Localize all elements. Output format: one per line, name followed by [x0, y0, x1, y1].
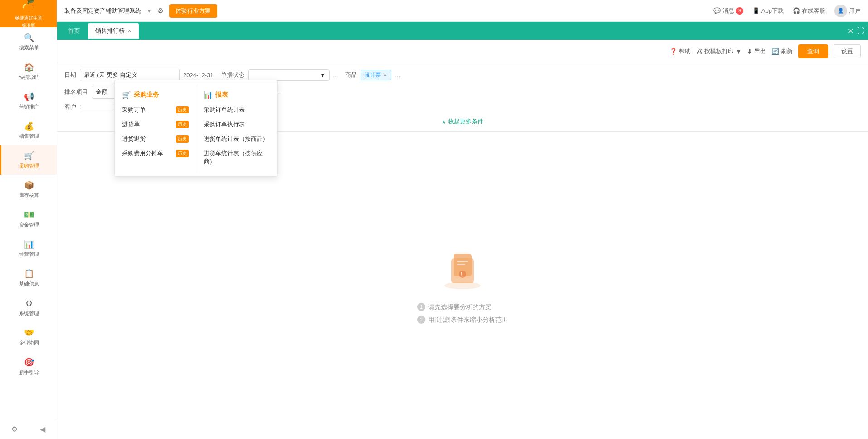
svg-point-5 [459, 271, 466, 278]
set-btn[interactable]: 设置 [834, 44, 861, 58]
sidebar-item-search[interactable]: 🔍 搜索菜单 [0, 27, 57, 57]
collapse-btn[interactable]: ∧ 收起更多条件 [442, 118, 483, 126]
phone-icon: 📱 [752, 7, 760, 14]
quick-nav-icon: 🏠 [24, 62, 34, 72]
sidebar-item-newcomer[interactable]: 🎯 新手引导 [0, 352, 57, 381]
sidebar-nav: 🔍 搜索菜单 🏠 快捷导航 📢 营销推广 💰 销售管理 🛒 采购管理 📦 库存核… [0, 27, 57, 419]
sidebar-footer: ⚙ ◀ [0, 419, 57, 439]
tab-close-all-icon[interactable]: ✕ [848, 27, 853, 35]
system-title-chevron[interactable]: ▼ [146, 8, 152, 14]
finance-icon: 💵 [24, 210, 34, 220]
refresh-btn[interactable]: 🔄 刷新 [771, 47, 793, 55]
user-menu-btn[interactable]: 👤 用户 [834, 5, 861, 17]
purchase-section-title: 采购业务 [134, 91, 159, 99]
sidebar-item-sales[interactable]: 💰 销售管理 [0, 116, 57, 145]
step-2-num: 2 [417, 316, 425, 324]
dropdown-item-stock-in[interactable]: 进货单 历史 [115, 117, 196, 132]
tab-sales-rank-label: 销售排行榜 [95, 27, 125, 35]
quick-nav-label: 快捷导航 [19, 74, 39, 81]
status-chevron: ▼ [320, 72, 326, 79]
dropdown-item-purchase-expense-label: 采购费用分摊单 [122, 149, 163, 158]
goods-tag-close-icon[interactable]: ✕ [383, 72, 387, 78]
dropdown-item-purchase-order-label: 采购订单 [122, 106, 146, 114]
tab-home-label: 首页 [68, 27, 80, 35]
sidebar-item-system[interactable]: ⚙ 系统管理 [0, 293, 57, 322]
basic-info-icon: 📋 [24, 269, 34, 279]
help-btn[interactable]: ❓ 帮助 [669, 47, 691, 55]
app-download-btn[interactable]: 📱 App下载 [752, 7, 784, 15]
search-label: 搜索菜单 [19, 44, 39, 51]
finance-label: 资金管理 [19, 222, 39, 228]
marketing-label: 营销推广 [19, 104, 39, 110]
message-icon: 💬 [713, 7, 721, 14]
avatar: 👤 [834, 5, 847, 17]
operation-label: 经营管理 [19, 251, 39, 258]
settings-footer-btn[interactable]: ⚙ [11, 425, 18, 434]
history-badge-4: 历史 [176, 150, 189, 157]
empty-illustration: ! [435, 245, 490, 290]
content-area: ❓ 帮助 🖨 按模板打印 ▼ ⬇ 导出 🔄 刷新 [57, 40, 868, 439]
industry-btn[interactable]: 体验行业方案 [169, 4, 217, 18]
tab-expand-icon[interactable]: ⛶ [857, 27, 864, 35]
message-badge: 9 [736, 7, 743, 15]
dropdown-item-order-stats-label: 采购订单统计表 [204, 106, 245, 114]
dropdown-item-purchase-expense[interactable]: 采购费用分摊单 历史 [115, 146, 196, 161]
dropdown-item-order-stats[interactable]: 采购订单统计表 [196, 103, 278, 117]
date-input[interactable]: 最近7天 更多 自定义 [80, 69, 180, 81]
tabbar-controls: ✕ ⛶ [848, 27, 864, 35]
message-btn[interactable]: 💬 消息 9 [713, 7, 743, 15]
empty-text: 1 请先选择要分析的方案 2 用[过滤]条件来缩小分析范围 [417, 301, 508, 326]
dropdown-item-stock-stats-by-goods-label: 进货单统计表（按商品） [204, 135, 268, 143]
purchase-icon: 🛒 [24, 151, 34, 161]
topbar-left: 装备及固定资产辅助管理系统 ▼ ⚙ 体验行业方案 [64, 4, 217, 18]
sidebar-item-purchase[interactable]: 🛒 采购管理 [0, 145, 57, 175]
enterprise-icon: 🤝 [24, 328, 34, 338]
print-chevron-icon[interactable]: ▼ [736, 48, 741, 55]
dropdown-item-order-execute[interactable]: 采购订单执行表 [196, 117, 278, 132]
sidebar-item-operation[interactable]: 📊 经营管理 [0, 234, 57, 263]
settings-icon[interactable]: ⚙ [157, 6, 164, 15]
goods-tag-text: 设计票 [365, 71, 381, 79]
sidebar-item-basic-info[interactable]: 📋 基础信息 [0, 263, 57, 293]
customer-label: 客户 [64, 103, 76, 111]
rank-value: 金额 [96, 88, 107, 96]
history-badge-2: 历史 [176, 121, 189, 128]
dropdown-item-stock-return[interactable]: 进货退货 历史 [115, 132, 196, 146]
status-input[interactable]: ▼ [248, 69, 330, 81]
sidebar-item-inventory[interactable]: 📦 库存核算 [0, 175, 57, 204]
collapse-sidebar-btn[interactable]: ◀ [40, 425, 45, 434]
report-section: 📊 报表 采购订单统计表 采购订单执行表 进货单统计表（按商品） 进货单统计表（… [196, 84, 278, 173]
goods-tag: 设计票 ✕ [361, 70, 391, 80]
tab-home[interactable]: 首页 [61, 23, 87, 39]
sidebar-item-marketing[interactable]: 📢 营销推广 [0, 86, 57, 116]
headset-icon: 🎧 [793, 7, 800, 14]
sidebar-item-finance[interactable]: 💵 资金管理 [0, 204, 57, 234]
app-download-label: App下载 [761, 7, 784, 15]
svg-rect-4 [457, 264, 465, 265]
sidebar-item-enterprise[interactable]: 🤝 企业协同 [0, 322, 57, 352]
newcomer-label: 新手引导 [19, 369, 39, 376]
export-btn[interactable]: ⬇ 导出 [747, 47, 766, 55]
tab-sales-rank[interactable]: 销售排行榜 ✕ [88, 23, 139, 39]
dropdown-item-stock-stats-by-supplier-label: 进货单统计表（按供应商） [204, 149, 270, 166]
dropdown-item-stock-stats-by-goods[interactable]: 进货单统计表（按商品） [196, 132, 278, 146]
history-badge-3: 历史 [176, 135, 189, 143]
print-btn[interactable]: 🖨 按模板打印 ▼ [696, 47, 741, 55]
query-btn[interactable]: 查询 [798, 44, 828, 58]
empty-state: ! 1 请先选择要分析的方案 2 用[过滤]条件来缩小分析范围 [57, 132, 868, 439]
sidebar-item-quick-nav[interactable]: 🏠 快捷导航 [0, 57, 57, 86]
online-service-btn[interactable]: 🎧 在线客服 [793, 7, 825, 15]
dropdown-item-purchase-order[interactable]: 采购订单 历史 [115, 103, 196, 117]
search-icon: 🔍 [24, 33, 34, 43]
tab-close-icon[interactable]: ✕ [127, 28, 132, 34]
purchase-dropdown-menu: 🛒 采购业务 采购订单 历史 进货单 历史 进货退货 历史 [114, 80, 278, 177]
topbar: 装备及固定资产辅助管理系统 ▼ ⚙ 体验行业方案 💬 消息 9 📱 App下载 … [57, 0, 868, 22]
help-label: 帮助 [679, 47, 691, 55]
purchase-label: 采购管理 [19, 163, 39, 169]
filter-row-1: 日期 最近7天 更多 自定义 2024-12-31 单据状态 ▼ [64, 69, 861, 81]
marketing-icon: 📢 [24, 92, 34, 102]
sales-icon: 💰 [24, 121, 34, 131]
step-2-text: 用[过滤]条件来缩小分析范围 [428, 313, 508, 326]
page-toolbar: ❓ 帮助 🖨 按模板打印 ▼ ⬇ 导出 🔄 刷新 [57, 40, 868, 63]
dropdown-item-stock-stats-by-supplier[interactable]: 进货单统计表（按供应商） [196, 146, 278, 169]
